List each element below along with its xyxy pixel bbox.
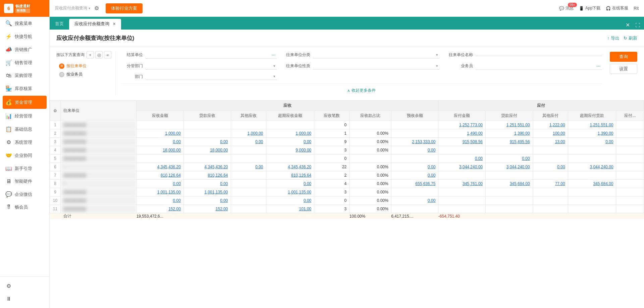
- cell-ap_overdue-9[interactable]: [568, 196, 616, 205]
- input-jiesuandanwei[interactable]: ···: [146, 51, 277, 59]
- cell-ap_other-7[interactable]: 77.00: [533, 180, 568, 188]
- sidebar-item-企业协同[interactable]: 🤝企业协同: [0, 149, 49, 162]
- cell-ar_other-5[interactable]: 0.00: [231, 163, 266, 171]
- cell-ap_loan-3[interactable]: [486, 146, 533, 155]
- sidebar-item-搜索菜单[interactable]: 🔍搜索菜单: [0, 17, 49, 30]
- cell-ap_loan-10[interactable]: [486, 205, 533, 213]
- cell-ar_loan-1[interactable]: [183, 129, 231, 138]
- tab-home[interactable]: 首页: [50, 19, 69, 30]
- add-scheme-button[interactable]: +: [87, 51, 94, 58]
- cell-ap_overdue-3[interactable]: [568, 146, 616, 155]
- cell-ap_other-9[interactable]: [533, 196, 568, 205]
- cell-ap_amount-10[interactable]: [438, 205, 486, 213]
- cell-ar_amount-3[interactable]: 18,000.00: [137, 146, 184, 155]
- cell-ar_prepay-9[interactable]: 0.00: [391, 196, 438, 205]
- sidebar-item-企业微信[interactable]: 💬企业微信: [0, 188, 49, 201]
- export-button[interactable]: ↑ 导出: [607, 35, 620, 41]
- cell-ar_other-3[interactable]: [231, 146, 266, 155]
- cell-ar_loan-10[interactable]: 152.00: [183, 205, 231, 213]
- cell-ap_loan-8[interactable]: [486, 188, 533, 196]
- cell-ar_overdue-8[interactable]: 1,001,135.00: [266, 188, 314, 196]
- refresh-button[interactable]: ↻ 刷新: [624, 35, 637, 41]
- cell-ap_overdue-0[interactable]: 1,251,551.00: [568, 121, 616, 129]
- cell-ar_overdue-6[interactable]: 810,126.64: [266, 171, 314, 180]
- total-ar-prepay[interactable]: 6,417,215....: [391, 213, 438, 219]
- tab-close-icon[interactable]: ✕: [113, 22, 116, 26]
- cell-ap_loan-5[interactable]: 3,044,240.00: [486, 163, 533, 171]
- cell-ap_overdue-7[interactable]: 345,684.00: [568, 180, 616, 188]
- sidebar-item-collapse[interactable]: ⏸: [0, 293, 49, 305]
- cell-ar_amount-2[interactable]: 0.00: [137, 138, 184, 146]
- cell-ar_overdue-3[interactable]: 9,000.00: [266, 146, 314, 155]
- total-ar-amount[interactable]: 19,553,472,6...: [137, 213, 184, 219]
- user-info[interactable]: Rit: [634, 6, 639, 11]
- settings-button[interactable]: 设置: [610, 64, 637, 74]
- service-button[interactable]: 🎧 在线客服: [606, 5, 628, 11]
- sidebar-item-系统管理[interactable]: ⚙系统管理: [0, 136, 49, 149]
- cell-ar_other-7[interactable]: [231, 180, 266, 188]
- cell-ap_amount-5[interactable]: 3,044,240.00: [438, 163, 486, 171]
- cell-ap_other-2[interactable]: 13.00: [533, 138, 568, 146]
- cell-ap_loan-4[interactable]: 0.00: [486, 155, 533, 163]
- cell-ar_amount-4[interactable]: [137, 155, 184, 163]
- cell-ap_overdue-8[interactable]: [568, 188, 616, 196]
- cell-ar_other-1[interactable]: 1,000.00: [231, 129, 266, 138]
- chevron-down-icon[interactable]: ▾: [89, 6, 90, 10]
- cell-ar_prepay-1[interactable]: [391, 129, 438, 138]
- cell-ar_other-10[interactable]: [231, 205, 266, 213]
- cell-ar_overdue-10[interactable]: 101.00: [266, 205, 314, 213]
- table-settings-header[interactable]: ⚙: [50, 101, 61, 121]
- cell-ar_loan-9[interactable]: 0.00: [183, 196, 231, 205]
- cell-ar_other-6[interactable]: [231, 171, 266, 180]
- cell-ar_amount-5[interactable]: 4,345,436.20: [137, 163, 184, 171]
- tab-ar-query[interactable]: 应收应付余额查询 ✕: [69, 19, 121, 30]
- cell-ap_amount-9[interactable]: [438, 196, 486, 205]
- cell-ar_amount-6[interactable]: 810,126.64: [137, 171, 184, 180]
- cell-ar_amount-8[interactable]: 1,001,135.00: [137, 188, 184, 196]
- sidebar-item-settings[interactable]: ⚙: [0, 279, 49, 293]
- cell-ap_overdue-6[interactable]: [568, 171, 616, 180]
- cell-ar_prepay-2[interactable]: 2,153,333.00: [391, 138, 438, 146]
- cell-ap_amount-4[interactable]: 0.00: [438, 155, 486, 163]
- cell-ar_other-9[interactable]: [231, 196, 266, 205]
- cell-ap_other-3[interactable]: [533, 146, 568, 155]
- cell-ap_other-4[interactable]: [533, 155, 568, 163]
- input-wanglaimingcheng[interactable]: [476, 54, 602, 56]
- cell-ap_overdue-10[interactable]: [568, 205, 616, 213]
- cell-ar_prepay-4[interactable]: [391, 155, 438, 163]
- tab-maximize-icon[interactable]: ⛶: [634, 21, 641, 29]
- cell-ap_loan-2[interactable]: 915,495.56: [486, 138, 533, 146]
- cell-ap_loan-1[interactable]: 1,390.00: [486, 129, 533, 138]
- cell-ap_amount-8[interactable]: [438, 188, 486, 196]
- cell-ap_other-1[interactable]: 100.00: [533, 129, 568, 138]
- cell-ap_other-0[interactable]: 1,222.00: [533, 121, 568, 129]
- cell-ar_amount-10[interactable]: 152.00: [137, 205, 184, 213]
- input-yewuyuan[interactable]: ···: [476, 62, 602, 70]
- cell-ap_amount-0[interactable]: 1,252,773.00: [438, 121, 486, 129]
- input-bumen[interactable]: ▾: [146, 73, 277, 80]
- cell-ar_other-0[interactable]: [231, 121, 266, 129]
- cell-ar_loan-8[interactable]: 1,001,135.00: [183, 188, 231, 196]
- cell-ar_overdue-5[interactable]: 4,345,436.20: [266, 163, 314, 171]
- sidebar-item-智能硬件[interactable]: 🖥智能硬件: [0, 175, 49, 188]
- cell-ar_amount-1[interactable]: 1,000.00: [137, 129, 184, 138]
- cell-ap_overdue-4[interactable]: [568, 155, 616, 163]
- input-fenguanbumon[interactable]: ▾: [146, 63, 277, 70]
- cell-ar_amount-9[interactable]: 0.00: [137, 196, 184, 205]
- cell-ar_overdue-4[interactable]: [266, 155, 314, 163]
- cell-ar_prepay-8[interactable]: [391, 188, 438, 196]
- gear-icon[interactable]: ⚙: [94, 5, 99, 11]
- cell-ar_other-8[interactable]: [231, 188, 266, 196]
- cell-ar_prepay-5[interactable]: 0.00: [391, 163, 438, 171]
- cell-ap_overdue-5[interactable]: 3,044,240.00: [568, 163, 616, 171]
- cell-ar_other-2[interactable]: 0.00: [231, 138, 266, 146]
- cell-ar_amount-0[interactable]: [137, 121, 184, 129]
- config-scheme-button[interactable]: ◎: [95, 51, 103, 58]
- cell-ar_loan-7[interactable]: 0.00: [183, 180, 231, 188]
- input-wanglaioxingzhi[interactable]: ▾: [313, 63, 439, 70]
- tab-close-window-icon[interactable]: ✕: [624, 20, 631, 30]
- cell-ap_amount-1[interactable]: 1,490.00: [438, 129, 486, 138]
- cell-ar_overdue-1[interactable]: 1,000.00: [266, 129, 314, 138]
- sidebar-item-营销推广[interactable]: 📣营销推广: [0, 43, 49, 56]
- cell-ap_amount-6[interactable]: [438, 171, 486, 180]
